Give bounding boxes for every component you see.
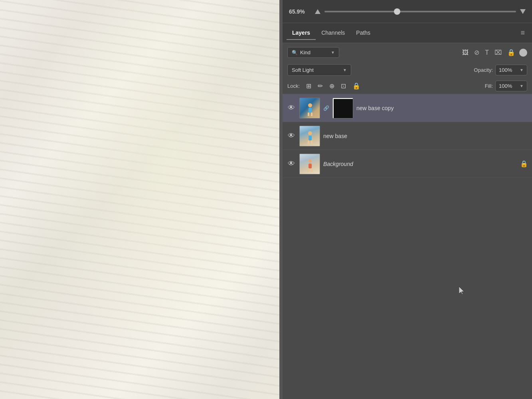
fill-dropdown[interactable]: 100% ▼ [495,81,527,91]
blend-mode-dropdown[interactable]: Soft Light ▼ [287,64,351,76]
svg-rect-7 [311,140,312,144]
layer-thumbnail [299,154,320,174]
lock-move-button[interactable]: ⊕ [328,81,336,91]
svg-rect-1 [309,108,312,113]
panel-menu-icon[interactable]: ≡ [517,27,528,39]
chevron-down-icon: ▼ [520,84,524,88]
panel-tabs: Layers Channels Paths ≡ [283,23,532,43]
svg-point-8 [309,160,312,163]
chevron-down-icon: ▼ [343,68,347,72]
svg-rect-2 [308,113,309,116]
layer-thumbnail-photo [299,98,320,119]
tab-layers[interactable]: Layers [287,26,316,40]
filter-adjust-icon[interactable]: ⊘ [473,48,481,57]
opacity-dropdown[interactable]: 100% ▼ [495,65,527,75]
panel-divider [279,0,283,399]
layers-panel: Layers Channels Paths ≡ 🔍 Kind ▼ 🖼 ⊘ T ⌧ [283,23,532,399]
filter-lock-icon[interactable]: 🔒 [506,48,517,57]
person-silhouette [306,159,314,173]
filter-type-icon[interactable]: T [483,48,490,57]
filter-row: 🔍 Kind ▼ 🖼 ⊘ T ⌧ 🔒 [283,43,532,62]
svg-rect-10 [308,168,309,172]
filter-crop-icon[interactable]: ⌧ [493,48,503,57]
svg-rect-9 [309,164,312,168]
panel-area: 65.9% Layers Channels Paths ≡ 🔍 Kind [283,0,532,399]
empty-layers-area [283,247,532,399]
zoom-bar: 65.9% [283,0,532,23]
svg-point-0 [308,103,312,107]
cursor-icon [459,286,466,295]
svg-rect-5 [309,136,312,140]
tab-paths[interactable]: Paths [350,26,376,40]
zoom-slider-track [324,11,516,12]
lock-paint-button[interactable]: ✏ [316,81,324,91]
filter-circle-button[interactable] [519,49,527,57]
person-silhouette [306,103,314,117]
layer-visibility-toggle[interactable]: 👁 [287,132,296,140]
layer-row[interactable]: 👁 new base [283,122,532,150]
lock-all-button[interactable]: 🔒 [351,81,362,91]
person-silhouette [306,131,314,145]
svg-rect-3 [311,113,312,116]
layer-link-icon: 🔗 [323,105,329,111]
zoom-value: 65.9% [289,8,311,15]
fill-group: Fill: 100% ▼ [485,81,527,91]
chevron-down-icon: ▼ [331,50,335,55]
layer-thumbnail [299,126,320,146]
svg-marker-12 [459,286,464,294]
blend-row: Soft Light ▼ Opacity: 100% ▼ [283,62,532,78]
layer-lock-icon: 🔒 [520,160,528,168]
svg-point-4 [308,131,312,135]
zoom-slider-thumb[interactable] [394,8,400,15]
filter-image-icon[interactable]: 🖼 [461,48,470,57]
lock-row: Lock: ⊞ ✏ ⊕ ⊡ 🔒 Fill: 100% ▼ [283,78,532,94]
canvas [0,0,279,399]
lock-artboard-button[interactable]: ⊡ [339,81,348,91]
svg-rect-11 [311,168,312,172]
chevron-down-icon: ▼ [520,68,524,72]
search-icon: 🔍 [292,50,298,55]
layer-row[interactable]: 👁 🔗 new base copy [283,94,532,122]
zoom-increase-button[interactable] [520,9,526,14]
layers-list: 👁 🔗 new base copy [283,94,532,247]
kind-filter-dropdown[interactable]: 🔍 Kind ▼ [287,47,339,58]
layer-thumbnail-mask [332,98,353,119]
layer-visibility-toggle[interactable]: 👁 [287,104,296,112]
layer-row[interactable]: 👁 Background 🔒 [283,150,532,178]
zoom-decrease-button[interactable] [315,9,320,14]
tab-channels[interactable]: Channels [316,26,350,40]
svg-rect-6 [308,140,309,144]
opacity-group: Opacity: 100% ▼ [474,65,527,75]
filter-icons: 🖼 ⊘ T ⌧ 🔒 [461,48,527,57]
layer-visibility-toggle[interactable]: 👁 [287,160,296,168]
lock-pixels-button[interactable]: ⊞ [305,81,313,91]
